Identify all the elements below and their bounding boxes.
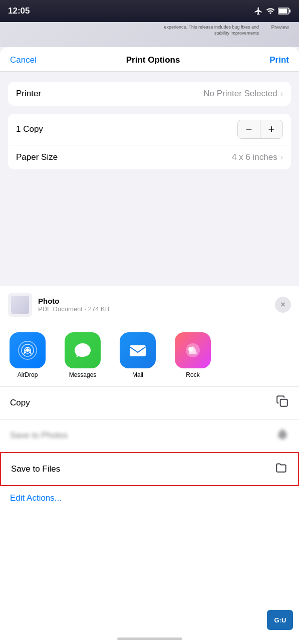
home-indicator <box>117 637 182 640</box>
document-info: Photo PDF Document · 274 KB <box>32 297 275 313</box>
logo-badge: G↑U <box>267 610 293 630</box>
paper-size-row[interactable]: Paper Size 4 x 6 inches › <box>8 145 291 169</box>
app-icon-rock[interactable]: Rock <box>165 332 220 378</box>
doc-thumb-inner <box>11 296 29 314</box>
document-thumbnail <box>8 293 32 317</box>
copies-label: 1 Copy <box>16 124 43 134</box>
printer-card: Printer No Printer Selected › <box>8 82 291 106</box>
rock-label: Rock <box>186 371 199 378</box>
printer-value: No Printer Selected › <box>203 89 283 99</box>
app-icon-airdrop[interactable]: AirDrop <box>0 332 55 378</box>
copies-stepper[interactable]: − + <box>237 120 283 139</box>
document-meta: PDF Document · 274 KB <box>38 305 275 313</box>
paper-size-chevron-icon: › <box>280 153 283 162</box>
mail-icon <box>128 340 148 360</box>
action-rows: Copy Save to Photos Save to Files <box>0 387 299 486</box>
status-icons <box>254 7 291 16</box>
messages-label: Messages <box>69 371 97 378</box>
rock-app-icon <box>175 332 211 368</box>
print-options-title: Print Options <box>126 55 180 65</box>
background-screenshot: Preview experience. This release include… <box>0 22 299 47</box>
airplane-icon <box>254 7 263 16</box>
mail-app-icon <box>120 332 156 368</box>
copies-paper-card: 1 Copy − + Paper Size 4 x 6 inches › <box>8 114 291 169</box>
save-photos-icon <box>276 427 289 444</box>
save-files-action-row[interactable]: Save to Files <box>0 452 299 486</box>
edit-actions-button[interactable]: Edit Actions... <box>10 493 62 503</box>
app-icons-row: AirDrop Messages Mail <box>0 324 299 387</box>
svg-rect-10 <box>280 399 287 406</box>
logo-text: G↑U <box>274 616 286 624</box>
copy-icon <box>276 395 289 411</box>
svg-point-9 <box>188 347 193 352</box>
messages-app-icon <box>65 332 101 368</box>
document-name: Photo <box>38 297 275 305</box>
paper-size-label: Paper Size <box>16 152 58 162</box>
airdrop-label: AirDrop <box>18 371 38 378</box>
status-bar: 12:05 <box>0 0 299 22</box>
battery-icon <box>278 8 291 15</box>
decrease-copies-button[interactable]: − <box>238 120 260 138</box>
mail-label: Mail <box>132 371 143 378</box>
print-button[interactable]: Print <box>269 55 289 65</box>
wifi-icon <box>266 7 275 16</box>
save-photos-action-row[interactable]: Save to Photos <box>0 419 299 452</box>
close-button[interactable]: × <box>275 297 291 313</box>
cancel-button[interactable]: Cancel <box>10 55 37 65</box>
printer-row[interactable]: Printer No Printer Selected › <box>8 82 291 106</box>
printer-label: Printer <box>16 89 41 99</box>
rock-icon <box>183 340 203 360</box>
print-header: Cancel Print Options Print <box>0 47 299 72</box>
copies-row: 1 Copy − + <box>8 114 291 145</box>
copy-action-row[interactable]: Copy <box>0 387 299 419</box>
document-preview-row: Photo PDF Document · 274 KB × <box>0 286 299 324</box>
svg-rect-7 <box>130 345 146 356</box>
airdrop-icon <box>17 340 38 361</box>
paper-size-value: 4 x 6 inches › <box>232 152 283 162</box>
app-icon-mail[interactable]: Mail <box>110 332 165 378</box>
increase-copies-button[interactable]: + <box>260 120 282 138</box>
svg-rect-2 <box>279 9 287 14</box>
print-options-area: Printer No Printer Selected › 1 Copy − +… <box>0 72 299 187</box>
airdrop-app-icon <box>10 332 46 368</box>
printer-chevron-icon: › <box>280 89 283 98</box>
svg-rect-1 <box>289 10 291 13</box>
app-icon-messages[interactable]: Messages <box>55 332 110 378</box>
save-files-icon <box>275 461 288 477</box>
status-time: 12:05 <box>8 6 30 16</box>
messages-icon <box>73 340 93 360</box>
copy-label: Copy <box>10 398 30 408</box>
save-photos-label: Save to Photos <box>10 431 68 441</box>
edit-actions-area: Edit Actions... <box>0 486 299 507</box>
share-sheet: Photo PDF Document · 274 KB × AirDrop <box>0 286 299 644</box>
save-files-label: Save to Files <box>11 464 60 474</box>
